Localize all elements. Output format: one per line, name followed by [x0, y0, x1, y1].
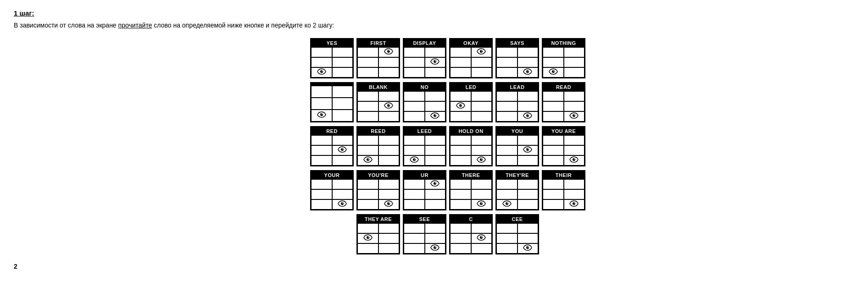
- svg-point-31: [481, 159, 482, 160]
- eye-icon: [430, 244, 440, 253]
- card-cell: [332, 57, 353, 67]
- eye-icon: [338, 146, 347, 155]
- card-cell: [404, 199, 425, 210]
- card-cell: [378, 57, 400, 67]
- card-cell: [450, 67, 471, 77]
- svg-point-10: [552, 70, 555, 73]
- card-cell: [404, 101, 425, 111]
- card-cell: [517, 57, 539, 67]
- step-title: 1 шаг:: [14, 9, 854, 17]
- word-card[interactable]: DISPLAY: [403, 38, 446, 78]
- word-card[interactable]: REED: [356, 126, 400, 166]
- word-card[interactable]: C: [449, 214, 493, 254]
- card-cell: [496, 47, 517, 57]
- card-cell: [378, 67, 400, 77]
- eye-icon: [317, 111, 326, 120]
- word-card[interactable]: YES: [310, 38, 354, 78]
- card-label: UR: [404, 171, 445, 179]
- card-cell: [517, 101, 539, 111]
- word-card[interactable]: NOTHING: [542, 38, 585, 78]
- card-label: HOLD ON: [450, 127, 492, 135]
- card-cell: [471, 91, 492, 101]
- card-cell: [357, 57, 378, 67]
- card-cell: [404, 135, 425, 145]
- svg-point-49: [368, 237, 369, 237]
- word-card[interactable]: LEED: [403, 126, 446, 166]
- word-card[interactable]: RED: [310, 126, 354, 166]
- word-card[interactable]: YOUR: [310, 170, 354, 210]
- word-card[interactable]: FIRST: [356, 38, 400, 78]
- word-card[interactable]: HOLD ON: [449, 126, 493, 166]
- card-cell: [450, 243, 471, 254]
- svg-point-13: [322, 114, 323, 115]
- card-cell: [517, 223, 539, 233]
- svg-point-46: [573, 202, 575, 205]
- card-cell: [357, 135, 378, 145]
- svg-point-16: [434, 114, 436, 117]
- svg-point-14: [387, 104, 390, 107]
- card-cell: [378, 91, 400, 101]
- word-card[interactable]: LEAD: [495, 82, 539, 122]
- card-cell: [450, 189, 471, 199]
- card-cell: [332, 86, 353, 98]
- word-card[interactable]: [310, 82, 354, 122]
- word-card[interactable]: YOU ARE: [542, 126, 585, 166]
- card-cell: [311, 57, 332, 67]
- svg-point-12: [320, 113, 323, 116]
- card-cell: [332, 47, 353, 57]
- card-cell: [357, 101, 378, 111]
- word-card[interactable]: BLANK: [356, 82, 400, 122]
- svg-point-38: [387, 202, 390, 205]
- word-card[interactable]: LED: [449, 82, 493, 122]
- card-cell: [543, 57, 564, 67]
- card-cell: [471, 111, 492, 121]
- word-card[interactable]: SEE: [403, 214, 446, 254]
- svg-point-25: [342, 149, 343, 149]
- card-cell: [496, 155, 517, 166]
- eye-icon: [477, 48, 486, 56]
- card-cell: [311, 98, 332, 110]
- card-cell: [332, 98, 353, 110]
- word-card[interactable]: OKAY: [449, 38, 493, 78]
- svg-point-47: [574, 203, 575, 204]
- card-cell: [517, 145, 539, 155]
- card-cell: [450, 233, 471, 243]
- card-cell: [404, 233, 425, 243]
- card-label: THERE: [450, 171, 492, 179]
- word-card[interactable]: THEIR: [542, 170, 585, 210]
- svg-point-5: [435, 61, 436, 61]
- card-label: C: [450, 215, 492, 223]
- word-card[interactable]: YOU: [495, 126, 539, 166]
- word-card[interactable]: THEY'RE: [495, 170, 539, 210]
- card-cell: [378, 135, 400, 145]
- word-card[interactable]: THEY ARE: [356, 214, 400, 254]
- word-card[interactable]: READ: [542, 82, 585, 122]
- word-card[interactable]: THERE: [449, 170, 493, 210]
- card-cell: [543, 135, 564, 145]
- word-card[interactable]: CEE: [495, 214, 539, 254]
- card-cell: [378, 243, 400, 254]
- svg-point-35: [574, 159, 575, 160]
- card-cell: [425, 223, 446, 233]
- card-cell: [332, 155, 353, 166]
- card-cell: [517, 155, 539, 166]
- card-cell: [425, 179, 446, 189]
- svg-point-1: [322, 71, 323, 72]
- card-cell: [311, 47, 332, 57]
- card-cell: [543, 67, 564, 77]
- card-cell: [496, 67, 517, 77]
- word-card[interactable]: YOU'RE: [356, 170, 400, 210]
- word-card[interactable]: SAYS: [495, 38, 539, 78]
- word-card[interactable]: UR: [403, 170, 446, 210]
- svg-point-55: [528, 247, 529, 248]
- card-cell: [450, 91, 471, 101]
- card-cell: [378, 101, 400, 111]
- card-cell: [496, 243, 517, 254]
- card-cell: [357, 233, 378, 243]
- card-cell: [425, 57, 446, 67]
- card-cell: [450, 179, 471, 189]
- card-label: YOU'RE: [357, 171, 399, 179]
- card-cell: [517, 67, 539, 77]
- svg-point-3: [389, 50, 389, 51]
- word-card[interactable]: NO: [403, 82, 446, 122]
